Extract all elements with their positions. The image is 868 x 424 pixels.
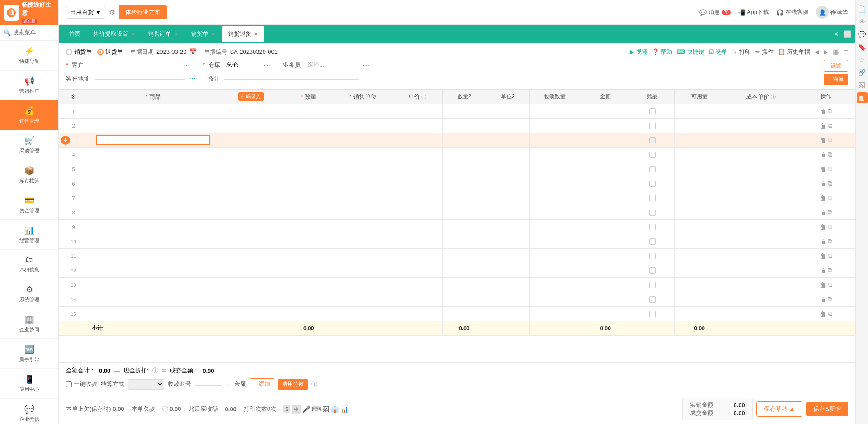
sidebar-item-sales[interactable]: 💰 销售管理 xyxy=(0,100,58,130)
copy-btn[interactable]: ⧉ xyxy=(828,136,832,144)
delete-btn[interactable]: 🗑 xyxy=(820,310,826,318)
print-btn[interactable]: 🖨 打印 xyxy=(732,48,751,56)
gift-checkbox[interactable] xyxy=(649,282,656,288)
account-dotdot-btn[interactable]: ··· xyxy=(226,381,231,388)
qty2-cell[interactable] xyxy=(443,119,486,133)
gift-checkbox[interactable] xyxy=(649,166,656,172)
delete-btn[interactable]: 🗑 xyxy=(820,122,826,129)
sidebar-item-purchase[interactable]: 🛒 采购管理 xyxy=(0,130,58,160)
copy-btn[interactable]: ⧉ xyxy=(828,107,832,115)
edit-btn[interactable]: ✏ 操作 xyxy=(755,48,774,56)
copy-btn[interactable]: ⧉ xyxy=(828,281,832,289)
delete-btn[interactable]: 🗑 xyxy=(820,209,826,216)
staff-dotdot-btn[interactable]: ··· xyxy=(363,60,369,70)
one-click-pay-label[interactable]: 一键收款 xyxy=(66,380,97,388)
sidebar-search[interactable]: 🔍 搜索菜单 xyxy=(0,25,58,41)
right-panel-link[interactable]: 🔗 xyxy=(857,67,868,78)
logistics-side-btn[interactable]: + 物流 xyxy=(824,74,848,85)
delete-btn[interactable]: 🗑 xyxy=(820,151,826,158)
warehouse-dotdot-btn[interactable]: ··· xyxy=(264,60,270,70)
tab-price-close[interactable]: ✕ xyxy=(131,31,135,37)
delete-btn[interactable]: 🗑 xyxy=(820,195,826,202)
delete-btn[interactable]: 🗑 xyxy=(820,108,826,115)
copy-btn[interactable]: ⧉ xyxy=(828,122,832,129)
delete-btn[interactable]: 🗑 xyxy=(820,180,826,187)
unit-cell[interactable] xyxy=(334,133,392,148)
gift-checkbox[interactable] xyxy=(649,195,656,201)
keyboard-btn[interactable]: ⌨ 快捷键 xyxy=(677,48,704,56)
right-panel-bookmark[interactable]: 🔖 xyxy=(857,42,868,52)
gift-checkbox[interactable] xyxy=(649,137,656,143)
right-panel-eye[interactable]: 👁 xyxy=(857,16,868,27)
window-close-btn[interactable]: ✕ xyxy=(832,29,841,38)
gift-checkbox[interactable] xyxy=(649,296,656,303)
settle-select[interactable] xyxy=(128,379,164,390)
tool-img[interactable]: 🖼 xyxy=(323,405,329,413)
product-cell-active[interactable] xyxy=(88,133,218,148)
help-btn[interactable]: ❓ 帮助 xyxy=(652,48,672,56)
product-cell[interactable] xyxy=(88,104,218,119)
tool-mic[interactable]: 🎤 xyxy=(302,405,310,413)
grid1-btn[interactable]: ▦ xyxy=(833,48,840,56)
right-panel-image[interactable]: 🖼 xyxy=(857,80,868,91)
qty2-cell[interactable] xyxy=(443,133,486,148)
right-panel-file[interactable]: 📄 xyxy=(857,4,868,14)
tool-barcode[interactable]: 📊 xyxy=(340,405,348,413)
right-panel-star[interactable]: ☆ xyxy=(857,54,868,65)
tool-zhong[interactable]: 中 xyxy=(292,405,301,414)
gift-checkbox[interactable] xyxy=(649,311,656,317)
delete-btn[interactable]: 🗑 xyxy=(820,252,826,260)
customer-input[interactable] xyxy=(89,64,179,66)
address-dotdot-btn[interactable]: ··· xyxy=(189,74,196,83)
app-download-btn[interactable]: 📲 App下载 xyxy=(738,8,769,16)
price-cell[interactable] xyxy=(392,119,443,133)
copy-btn[interactable]: ⧉ xyxy=(828,252,832,260)
add-row-btn[interactable]: + xyxy=(61,136,70,145)
gift-checkbox[interactable] xyxy=(649,152,656,158)
message-btn[interactable]: 💬 消息 70 xyxy=(699,8,731,16)
sidebar-item-appstore[interactable]: 📱 应用中心 xyxy=(0,369,58,399)
col-gear[interactable]: ⚙ xyxy=(59,90,88,104)
qty-cell[interactable] xyxy=(283,133,334,148)
gift-checkbox[interactable] xyxy=(649,108,656,114)
settings-icon[interactable]: ⚙ xyxy=(109,8,115,17)
industry-dropdown[interactable]: 日用百货 ▼ xyxy=(66,6,105,19)
copy-btn[interactable]: ⧉ xyxy=(828,209,832,216)
gift-checkbox[interactable] xyxy=(649,181,656,187)
save-new-btn[interactable]: 保存&新增 xyxy=(806,402,848,416)
copy-btn[interactable]: ⧉ xyxy=(828,223,832,231)
price-cell[interactable] xyxy=(392,104,443,119)
window-maximize-btn[interactable]: ⬜ xyxy=(843,29,852,38)
one-click-pay-checkbox[interactable] xyxy=(66,381,72,387)
copy-btn[interactable]: ⧉ xyxy=(828,194,832,202)
product-cell[interactable] xyxy=(88,119,218,133)
copy-btn[interactable]: ⧉ xyxy=(828,151,832,158)
sidebar-item-guide[interactable]: 🆕 新手引导 xyxy=(0,339,58,369)
gift-checkbox[interactable] xyxy=(649,123,656,129)
select-btn[interactable]: ☑ 选单 xyxy=(709,48,727,56)
tab-return-close[interactable]: ✕ xyxy=(254,31,258,37)
tab-home[interactable]: 首页 xyxy=(62,26,87,42)
unit-cell[interactable] xyxy=(334,119,392,133)
sidebar-item-operation[interactable]: 📊 经营管理 xyxy=(0,220,58,250)
radio-return[interactable]: 退货单 xyxy=(97,48,123,56)
remark-input[interactable] xyxy=(224,77,359,80)
calendar-icon[interactable]: 📅 xyxy=(189,48,197,55)
address-input[interactable] xyxy=(95,77,185,80)
trial-btn[interactable]: 体验行业方案 xyxy=(119,5,167,19)
gift-checkbox[interactable] xyxy=(649,224,656,230)
user-profile[interactable]: 👤 徐泽华 xyxy=(816,6,848,19)
gift-checkbox[interactable] xyxy=(649,267,656,274)
qty2-cell[interactable] xyxy=(443,104,486,119)
sidebar-item-quicknav[interactable]: ⚡ 快捷导航 xyxy=(0,41,58,71)
tool-s[interactable]: S xyxy=(283,405,290,413)
grid2-btn[interactable]: ≡ xyxy=(844,48,848,56)
history-btn[interactable]: 📋 历史单据 xyxy=(778,48,810,56)
add-payment-btn[interactable]: + 添加 xyxy=(250,378,274,390)
copy-btn[interactable]: ⧉ xyxy=(828,238,832,245)
sidebar-item-wechat[interactable]: 💬 企业微信 xyxy=(0,399,58,424)
sidebar-item-finance[interactable]: 💳 资金管理 xyxy=(0,190,58,220)
delete-btn[interactable]: 🗑 xyxy=(820,238,826,245)
sidebar-item-inventory[interactable]: 📦 库存核算 xyxy=(0,160,58,190)
copy-btn[interactable]: ⧉ xyxy=(828,310,832,318)
